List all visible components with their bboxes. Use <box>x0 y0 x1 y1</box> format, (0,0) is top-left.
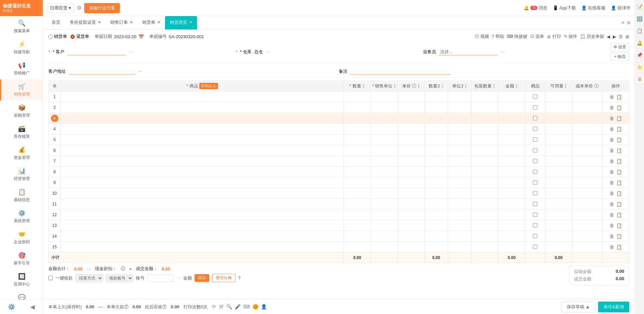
tab-sales-close[interactable]: ✕ <box>157 20 160 24</box>
qty-cell-13[interactable] <box>344 220 371 231</box>
gift-checkbox-14[interactable] <box>533 234 537 238</box>
delete-icon-12[interactable]: 🗑 <box>609 212 614 217</box>
copy-icon-15[interactable]: 📋 <box>616 244 622 250</box>
sidebar-item-search[interactable]: 🔍 搜索菜单 <box>0 16 43 37</box>
tool-icon-4[interactable]: ⌨ <box>243 304 250 310</box>
gift-cell-4[interactable] <box>525 124 545 134</box>
add-row-button[interactable]: + <box>51 115 58 122</box>
amount-cell-3[interactable] <box>498 113 525 124</box>
tool-icon-2[interactable]: 🔍 <box>226 304 232 310</box>
cost-cell-6[interactable] <box>572 145 602 156</box>
gift-checkbox-12[interactable] <box>533 212 537 217</box>
tab-home[interactable]: 首页 <box>47 16 65 29</box>
tool-icon-0[interactable]: 中 <box>212 304 216 310</box>
delete-icon-4[interactable]: 🗑 <box>609 126 614 132</box>
right-panel-icon-6[interactable]: 🖥 <box>636 75 643 83</box>
amount-cell-15[interactable] <box>498 242 525 252</box>
unit2-cell-12[interactable] <box>448 209 472 220</box>
goods-cell-14[interactable] <box>61 231 344 242</box>
select-btn[interactable]: ☑ 选单 <box>530 34 544 40</box>
avail-cell-5[interactable] <box>545 134 572 145</box>
sidebar-item-basic[interactable]: 📋 基础信息 <box>0 185 43 206</box>
unit-cell-4[interactable] <box>371 124 398 134</box>
settings-side-btn[interactable]: ⚙ 设置 <box>610 43 629 51</box>
list-view-btn[interactable]: ☰ <box>619 34 623 39</box>
sidebar-item-collab[interactable]: 🤝 企业协同 <box>0 227 43 248</box>
settlement-select[interactable]: 结算方式 <box>75 274 103 282</box>
gift-checkbox-9[interactable] <box>533 180 537 185</box>
qty-cell-2[interactable] <box>344 102 371 113</box>
cost-cell-4[interactable] <box>572 124 602 134</box>
price-cell-1[interactable] <box>398 91 425 102</box>
delete-icon-10[interactable]: 🗑 <box>609 191 614 196</box>
delete-icon-2[interactable]: 🗑 <box>609 105 614 110</box>
avail-cell-3[interactable] <box>545 113 572 124</box>
qty2-cell-5[interactable] <box>425 134 448 145</box>
account-type-select[interactable]: 收款账号 <box>106 274 133 282</box>
avail-cell-15[interactable] <box>545 242 572 252</box>
unit2-cell-4[interactable] <box>448 124 472 134</box>
delete-icon-5[interactable]: 🗑 <box>609 137 614 142</box>
goods-cell-12[interactable] <box>61 209 344 220</box>
gift-checkbox-11[interactable] <box>533 202 537 206</box>
sidebar-item-marketing[interactable]: 📢 营销推广 <box>0 58 43 79</box>
price-sort[interactable]: ▲▼ <box>417 83 420 89</box>
close-tab-icon[interactable]: ✕ <box>621 20 625 25</box>
delete-icon-6[interactable]: 🗑 <box>609 148 614 153</box>
copy-icon-13[interactable]: 📋 <box>616 223 622 228</box>
sidebar-item-management[interactable]: 📊 经营管理 <box>0 164 43 185</box>
cost-cell-12[interactable] <box>572 209 602 220</box>
price-cell-3[interactable] <box>398 113 425 124</box>
right-panel-icon-0[interactable]: 📝 <box>635 3 644 11</box>
warehouse-select-btn[interactable]: ··· <box>266 49 270 55</box>
pkg-cell-7[interactable] <box>472 156 498 167</box>
gift-cell-8[interactable] <box>525 167 545 177</box>
industry-select[interactable]: 日用百货 ▾ <box>47 3 74 13</box>
unit-cell-6[interactable] <box>371 145 398 156</box>
tool-icon-1[interactable]: 拼 <box>219 304 224 310</box>
avail-cell-2[interactable] <box>545 102 572 113</box>
unit-cell-13[interactable] <box>371 220 398 231</box>
qty2-cell-3[interactable] <box>425 113 448 124</box>
cost-cell-3[interactable] <box>572 113 602 124</box>
cost-cell-9[interactable] <box>572 177 602 188</box>
tab-return-close[interactable]: ✕ <box>189 20 192 24</box>
tool-icon-6[interactable]: 👤 <box>261 304 267 310</box>
right-panel-icon-3[interactable]: 🔔 <box>635 39 644 47</box>
amount-cell-11[interactable] <box>498 199 525 209</box>
qty2-cell-6[interactable] <box>425 145 448 156</box>
tab-sales-order-close[interactable]: ✕ <box>130 20 133 24</box>
cost-cell-5[interactable] <box>572 134 602 145</box>
unit-cell-5[interactable] <box>371 134 398 145</box>
pkg-cell-4[interactable] <box>472 124 498 134</box>
gift-cell-12[interactable] <box>525 209 545 220</box>
delete-icon-1[interactable]: 🗑 <box>609 94 614 100</box>
qty-cell-1[interactable] <box>344 91 371 102</box>
expand-icon[interactable]: ⊞ <box>627 20 631 25</box>
avail-cell-10[interactable] <box>545 188 572 199</box>
gift-checkbox-10[interactable] <box>533 191 537 195</box>
gift-cell-10[interactable] <box>525 188 545 199</box>
tab-sales[interactable]: 销货单 ✕ <box>138 16 165 29</box>
gift-cell-5[interactable] <box>525 134 545 145</box>
right-panel-icon-5[interactable]: ⭐ <box>635 63 644 71</box>
price-cell-5[interactable] <box>398 134 425 145</box>
amount-cell-13[interactable] <box>498 220 525 231</box>
gift-checkbox-1[interactable] <box>533 95 537 99</box>
copy-icon-4[interactable]: 📋 <box>616 126 622 132</box>
pkg-cell-15[interactable] <box>472 242 498 252</box>
address-input[interactable] <box>68 68 136 75</box>
right-panel-icon-1[interactable]: 🔢 <box>635 15 644 23</box>
goods-cell-13[interactable] <box>61 220 344 231</box>
sidebar-item-purchase[interactable]: 📦 采购管理 <box>0 101 43 122</box>
radio-return[interactable]: 退货单 <box>70 34 89 40</box>
qty-cell-10[interactable] <box>344 188 371 199</box>
gift-cell-7[interactable] <box>525 156 545 167</box>
table-settings-icon[interactable]: ⚙ <box>53 83 57 88</box>
gift-checkbox-8[interactable] <box>533 170 537 174</box>
amount-cell-5[interactable] <box>498 134 525 145</box>
qty2-cell-2[interactable] <box>425 102 448 113</box>
price-cell-14[interactable] <box>398 231 425 242</box>
pkg-cell-1[interactable] <box>472 91 498 102</box>
tab-price-close[interactable]: ✕ <box>98 20 101 24</box>
